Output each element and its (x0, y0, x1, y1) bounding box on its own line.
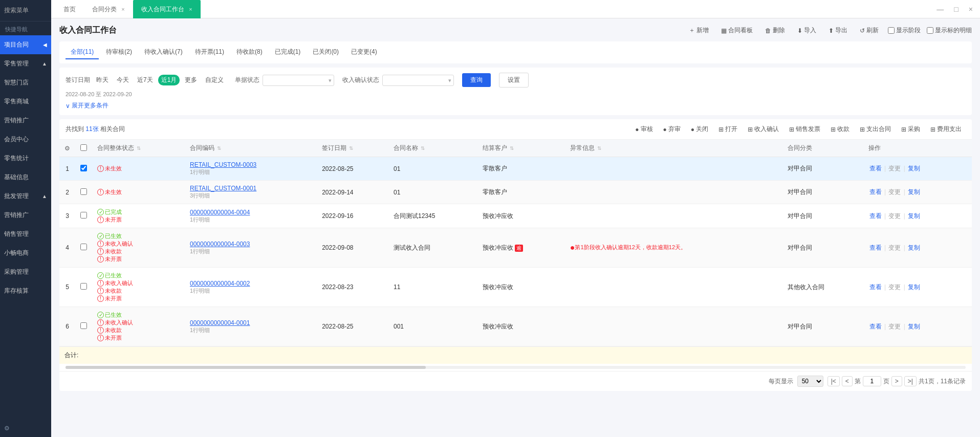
refresh-button[interactable]: ↺ 刷新 (857, 25, 882, 36)
sidebar-search[interactable]: 搜索菜单 (0, 0, 51, 21)
tab-home[interactable]: 首页 (55, 0, 84, 18)
expand-more-button[interactable]: ∨ 展开更多条件 (66, 101, 966, 110)
sidebar-item-inventory[interactable]: 库存核算 (0, 281, 51, 300)
action-link[interactable]: 复制 (908, 323, 920, 330)
ftab-pending-invoice[interactable]: 待开票(11) (190, 46, 229, 59)
action-link[interactable]: 复制 (908, 188, 920, 195)
row-checkbox[interactable] (75, 228, 92, 268)
row-select-checkbox[interactable] (80, 283, 87, 290)
ftab-closed[interactable]: 已关闭(0) (308, 46, 344, 59)
ftab-pending-collect[interactable]: 待收款(8) (231, 46, 268, 59)
action-link[interactable]: 查看 (869, 323, 882, 330)
row-checkbox[interactable] (75, 307, 92, 346)
sidebar-item-retail-stats[interactable]: 零售统计 (0, 149, 51, 168)
delete-button[interactable]: 🗑 删除 (762, 25, 788, 36)
last-page-button[interactable]: >| (904, 376, 917, 386)
contract-code-link[interactable]: RETAIL_CUSTOM-0001 (190, 185, 256, 192)
row-checkbox[interactable] (75, 268, 92, 307)
show-stage-input[interactable] (888, 27, 895, 34)
row-select-checkbox[interactable] (80, 188, 87, 195)
horizontal-scrollbar[interactable] (66, 366, 966, 369)
ftab-changed[interactable]: 已变更(4) (346, 46, 382, 59)
purchase-button[interactable]: ⊞ 采购 (897, 123, 924, 135)
income-confirm-button[interactable]: ⊞ 收入确认 (744, 123, 783, 135)
col-checkbox[interactable] (75, 140, 92, 157)
action-link-change[interactable]: 变更 (888, 212, 901, 220)
sidebar-settings[interactable]: ⚙ (0, 420, 51, 437)
setting-button[interactable]: 设置 (499, 73, 529, 88)
ftab-all[interactable]: 全部(11) (66, 46, 99, 59)
action-link[interactable]: 查看 (869, 188, 882, 195)
contract-code-link[interactable]: 0000000000004-0001 (190, 319, 250, 326)
export-button[interactable]: ⬆ 导出 (825, 25, 851, 36)
close-icon[interactable]: × (121, 6, 124, 12)
close-icon[interactable]: × (189, 6, 192, 12)
sidebar-item-project[interactable]: 项目合同 ◀ (0, 35, 51, 54)
sales-invoice-button[interactable]: ⊞ 销售发票 (785, 123, 824, 135)
query-button[interactable]: 查询 (462, 73, 491, 87)
page-input[interactable] (863, 376, 881, 386)
abandon-button[interactable]: ● 弃审 (659, 123, 685, 135)
row-checkbox[interactable] (75, 181, 92, 204)
sidebar-item-base-info[interactable]: 基础信息 (0, 168, 51, 187)
per-page-select[interactable]: 50 100 200 (797, 376, 823, 387)
row-checkbox[interactable] (75, 204, 92, 228)
import-button[interactable]: ⬇ 导入 (794, 25, 819, 36)
date-opt-last7[interactable]: 近7天 (134, 75, 156, 85)
contract-code-link[interactable]: 0000000000004-0002 (190, 280, 250, 287)
contract-board-button[interactable]: ▦ 合同看板 (718, 25, 756, 36)
ftab-pending-income-confirm[interactable]: 待收入确认(7) (139, 46, 188, 59)
date-opt-last1m[interactable]: 近1月 (158, 75, 180, 85)
action-link[interactable]: 查看 (869, 212, 882, 220)
support-contract-button[interactable]: ⊞ 支出合同 (856, 123, 895, 135)
sidebar-item-wholesale[interactable]: 批发管理 ▲ (0, 187, 51, 206)
sidebar-item-smart-store[interactable]: 智慧门店 (0, 73, 51, 92)
income-confirm-select[interactable] (382, 75, 454, 86)
first-page-button[interactable]: |< (827, 376, 840, 386)
sidebar-item-retail[interactable]: 零售管理 ▲ (0, 54, 51, 73)
next-page-button[interactable]: > (891, 376, 902, 386)
row-select-checkbox[interactable] (80, 165, 87, 171)
contract-code-link[interactable]: RETAIL_CUSTOM-0003 (190, 161, 256, 168)
action-link-change[interactable]: 变更 (888, 188, 901, 195)
action-link[interactable]: 查看 (869, 244, 882, 251)
minimize-button[interactable]: — (933, 4, 947, 14)
sidebar-item-sales-mgmt[interactable]: 销售管理 (0, 225, 51, 244)
doc-status-select[interactable] (263, 75, 334, 86)
prev-page-button[interactable]: < (842, 376, 853, 386)
date-opt-yesterday[interactable]: 昨天 (93, 75, 112, 85)
date-opt-today[interactable]: 今天 (114, 75, 132, 85)
action-link[interactable]: 查看 (869, 165, 882, 172)
col-settings[interactable]: ⚙ (59, 140, 75, 157)
ftab-pending-review[interactable]: 待审核(2) (101, 46, 137, 59)
sidebar-item-marketing2[interactable]: 营销推广 (0, 206, 51, 225)
date-opt-more[interactable]: 更多 (182, 75, 200, 85)
maximize-button[interactable]: □ (951, 4, 961, 14)
contract-code-link[interactable]: 0000000000004-0003 (190, 241, 250, 248)
row-select-checkbox[interactable] (80, 322, 87, 329)
review-button[interactable]: ● 审核 (631, 123, 657, 135)
action-link[interactable]: 复制 (908, 283, 920, 291)
action-link[interactable]: 查看 (869, 283, 882, 291)
contract-code-link[interactable]: 0000000000004-0004 (190, 209, 250, 216)
tab-income-contract[interactable]: 收入合同工作台 × (133, 0, 201, 18)
action-link[interactable]: 复制 (908, 212, 920, 220)
sidebar-item-marketing[interactable]: 营销推广 (0, 111, 51, 130)
action-link-change[interactable]: 变更 (888, 323, 901, 330)
expense-out-button[interactable]: ⊞ 费用支出 (926, 123, 966, 135)
row-checkbox[interactable] (75, 157, 92, 181)
action-link[interactable]: 复制 (908, 244, 920, 251)
close-button[interactable]: ● 关闭 (687, 123, 712, 135)
sidebar-item-retail-mall[interactable]: 零售商城 (0, 92, 51, 111)
action-link-change[interactable]: 变更 (888, 283, 901, 291)
tab-contract-cat[interactable]: 合同分类 × (84, 0, 133, 18)
sidebar-item-purchase[interactable]: 采购管理 (0, 263, 51, 281)
sidebar-item-xiaochangec[interactable]: 小畅电商 (0, 244, 51, 263)
sidebar-item-member[interactable]: 会员中心 (0, 130, 51, 149)
show-mark-detail-checkbox[interactable]: 显示标的明细 (927, 26, 972, 35)
show-mark-detail-input[interactable] (927, 27, 933, 34)
action-link-change[interactable]: 变更 (888, 165, 901, 172)
select-all-checkbox[interactable] (80, 144, 87, 151)
ftab-completed[interactable]: 已完成(1) (270, 46, 306, 59)
close-window-button[interactable]: × (966, 4, 976, 14)
